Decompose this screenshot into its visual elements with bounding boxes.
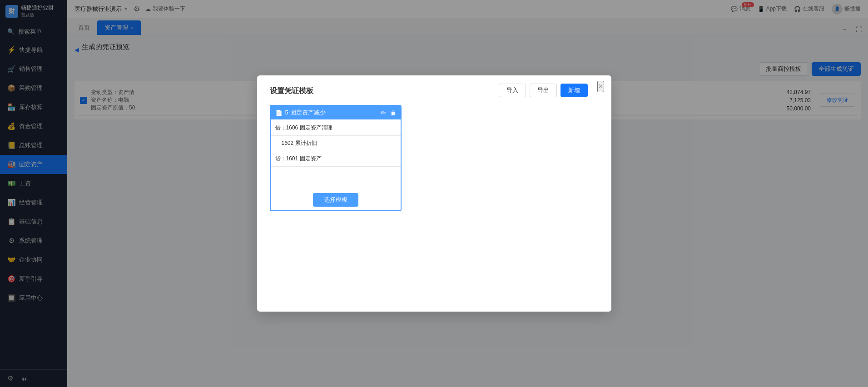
dialog-set-template: × 设置凭证模板 导入 导出 新增 📄 5-固定资产减少 ✏ 🗑 借：1: [257, 75, 611, 312]
template-card: 📄 5-固定资产减少 ✏ 🗑 借：1606 固定资产清理 1602 累计折旧: [270, 105, 402, 211]
template-list: 📄 5-固定资产减少 ✏ 🗑 借：1606 固定资产清理 1602 累计折旧: [270, 105, 599, 211]
dialog-toolbar: 导入 导出 新增: [499, 84, 588, 97]
template-card-header: 📄 5-固定资产减少 ✏ 🗑: [271, 106, 401, 119]
import-button[interactable]: 导入: [499, 84, 526, 97]
template-footer: [271, 169, 401, 179]
template-entry-1602: 1602 累计折旧: [271, 138, 401, 149]
modal-overlay: × 设置凭证模板 导入 导出 新增 📄 5-固定资产减少 ✏ 🗑 借：1: [0, 0, 868, 387]
template-entry-debit-1606: 借：1606 固定资产清理: [271, 122, 401, 134]
export-button[interactable]: 导出: [530, 84, 557, 97]
dialog-close-button[interactable]: ×: [597, 81, 604, 92]
template-entry-credit-1601: 贷：1601 固定资产: [271, 153, 401, 164]
template-edit-icon[interactable]: ✏: [381, 109, 386, 116]
template-title: 5-固定资产减少: [285, 109, 326, 117]
template-doc-icon: 📄: [275, 109, 283, 116]
template-divider-3: [271, 166, 401, 167]
new-template-button[interactable]: 新增: [560, 84, 588, 97]
template-card-body: 借：1606 固定资产清理 1602 累计折旧 贷：1601 固定资产: [271, 119, 401, 182]
template-actions: ✏ 🗑: [381, 109, 396, 116]
select-template-button[interactable]: 选择模板: [313, 193, 358, 207]
template-delete-icon[interactable]: 🗑: [390, 109, 396, 116]
template-divider-2: [271, 151, 401, 151]
template-divider: [271, 135, 401, 136]
